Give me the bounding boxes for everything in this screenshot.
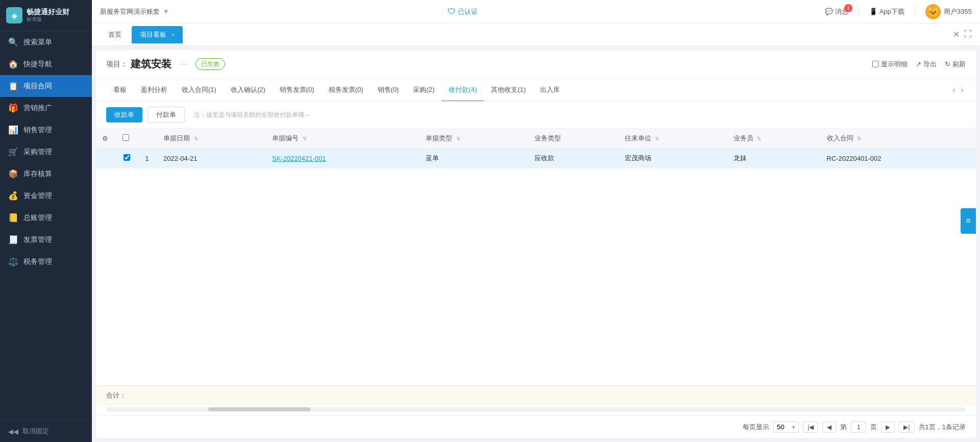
col-gear[interactable]: ⚙ bbox=[96, 129, 116, 149]
sidebar-item-ledger[interactable]: 📒 总账管理 bbox=[0, 207, 92, 229]
sidebar-item-funds[interactable]: 💰 资金管理 bbox=[0, 185, 92, 207]
col-partner[interactable]: 往来单位 ⇅ bbox=[619, 129, 727, 149]
col-income-contract[interactable]: 收入合同 ⇅ bbox=[821, 129, 976, 149]
sort-income-contract-icon[interactable]: ⇅ bbox=[857, 136, 861, 141]
sub-tab-profit[interactable]: 盈利分析 bbox=[134, 79, 175, 102]
tab-kanban[interactable]: 项目看板 × bbox=[132, 26, 183, 43]
app-logo-icon: ◈ bbox=[6, 7, 22, 23]
sort-type-icon[interactable]: ⇅ bbox=[456, 136, 460, 141]
user-label: 用户3355 bbox=[944, 7, 972, 16]
sub-tab-sales[interactable]: 销售(0) bbox=[371, 79, 406, 102]
verified-label: 已认证 bbox=[458, 7, 478, 16]
col-biz-type: 业务类型 bbox=[528, 129, 619, 149]
maximize-window-icon[interactable]: ⛶ bbox=[964, 30, 972, 39]
more-options-icon[interactable]: ··· bbox=[180, 60, 189, 69]
horizontal-scrollbar[interactable] bbox=[106, 407, 966, 411]
scrollbar-thumb[interactable] bbox=[208, 407, 310, 411]
sub-tabs: 看板 盈利分析 收入合同(1) 收入确认(2) 销售发票(0) 税务发票(0) … bbox=[96, 79, 976, 102]
avatar: 🐱 bbox=[925, 4, 941, 19]
sub-tab-payment[interactable]: 收付款(4) bbox=[442, 79, 484, 102]
sort-salesman-icon[interactable]: ⇅ bbox=[757, 136, 761, 141]
close-window-icon[interactable]: ✕ bbox=[953, 30, 960, 39]
payment-button[interactable]: 付款单 bbox=[148, 107, 185, 123]
row-check[interactable] bbox=[116, 149, 137, 168]
message-button[interactable]: 💬 消息 1 bbox=[825, 7, 848, 16]
row-checkbox[interactable] bbox=[124, 154, 130, 161]
show-detail-checkbox[interactable]: 显示明细 bbox=[872, 60, 908, 69]
sidebar-item-shortcut[interactable]: 🏠 快捷导航 bbox=[0, 53, 92, 75]
sidebar-item-purchase[interactable]: 🛒 采购管理 bbox=[0, 141, 92, 163]
first-page-button[interactable]: |◀ bbox=[803, 422, 818, 433]
prev-page-button[interactable]: ◀ bbox=[822, 422, 836, 433]
sidebar-item-inventory[interactable]: 📦 库存核算 bbox=[0, 163, 92, 185]
sidebar-item-invoice[interactable]: 🧾 发票管理 bbox=[0, 229, 92, 251]
refresh-icon: ↻ bbox=[945, 60, 950, 68]
sub-tab-prev-icon[interactable]: ‹ bbox=[951, 84, 958, 96]
app-subtitle: 标准版 bbox=[27, 16, 69, 23]
col-code-label: 单据编号 bbox=[272, 134, 299, 142]
tab-close-icon[interactable]: × bbox=[172, 32, 175, 38]
receipt-button[interactable]: 收款单 bbox=[106, 107, 142, 122]
next-page-button[interactable]: ▶ bbox=[881, 422, 895, 433]
sidebar-item-label: 搜索菜单 bbox=[23, 38, 52, 47]
sidebar-item-label: 资金管理 bbox=[23, 191, 52, 201]
inventory-icon: 📦 bbox=[8, 169, 18, 179]
sidebar-item-search[interactable]: 🔍 搜索菜单 bbox=[0, 31, 92, 53]
page-size-select-wrapper[interactable]: 50 100 200 bbox=[773, 421, 799, 433]
select-all-checkbox[interactable] bbox=[122, 134, 129, 141]
sort-partner-icon[interactable]: ⇅ bbox=[655, 136, 659, 141]
sub-tab-kanban[interactable]: 看板 bbox=[106, 79, 134, 102]
col-code[interactable]: 单据编号 ⇅ bbox=[266, 129, 420, 149]
chevron-down-icon[interactable]: ▼ bbox=[163, 8, 169, 15]
table-row[interactable]: 1 2022-04-21 SK-20220421-001 蓝单 应收款 bbox=[96, 149, 976, 168]
project-header: 项目： 建筑安装 ··· 已生效 显示明细 ↗ 导出 ↻ 刷新 bbox=[96, 50, 976, 79]
col-income-contract-label: 收入合同 bbox=[827, 134, 853, 142]
col-salesman[interactable]: 业务员 ⇅ bbox=[727, 129, 821, 149]
sub-tab-inout[interactable]: 出入库 bbox=[533, 79, 567, 102]
row-income-contract: RC-20220401-002 bbox=[821, 149, 976, 168]
app-download-button[interactable]: 📱 App下载 bbox=[869, 7, 904, 16]
show-detail-input[interactable] bbox=[872, 61, 879, 67]
sales-icon: 📊 bbox=[8, 125, 18, 135]
contract-icon: 📋 bbox=[8, 81, 18, 91]
sub-tab-purchase-label: 采购(2) bbox=[413, 86, 434, 93]
fab-button[interactable]: ≡ bbox=[961, 208, 976, 234]
current-page-number[interactable]: 1 bbox=[851, 421, 866, 433]
page-size-select[interactable]: 50 100 200 bbox=[773, 421, 799, 433]
sub-tab-income-confirm-label: 收入确认(2) bbox=[231, 86, 265, 93]
row-code-link[interactable]: SK-20220421-001 bbox=[272, 155, 326, 162]
sort-date-icon[interactable]: ⇅ bbox=[194, 136, 198, 141]
topbar-project: 新服务官网演示账套 ▼ bbox=[100, 7, 448, 16]
sub-tab-nav: ‹ › bbox=[951, 84, 966, 96]
sidebar-footer-unpin[interactable]: ◀◀ 取消固定 bbox=[0, 420, 92, 442]
marketing-icon: 🎁 bbox=[8, 103, 18, 113]
user-profile[interactable]: 🐱 用户3355 bbox=[925, 4, 972, 19]
col-check bbox=[116, 129, 137, 149]
sub-tab-next-icon[interactable]: › bbox=[959, 84, 966, 96]
refresh-button[interactable]: ↻ 刷新 bbox=[945, 60, 966, 69]
tab-home[interactable]: 首页 bbox=[100, 26, 130, 43]
col-date[interactable]: 单据日期 ⇅ bbox=[157, 129, 266, 149]
last-page-button[interactable]: ▶| bbox=[899, 422, 914, 433]
col-salesman-label: 业务员 bbox=[733, 134, 753, 142]
sub-tab-sales-invoice[interactable]: 销售发票(0) bbox=[273, 79, 322, 102]
sub-tab-other-expense[interactable]: 其他收支(1) bbox=[484, 79, 533, 102]
sidebar-item-label: 采购管理 bbox=[23, 148, 52, 157]
topbar: 新服务官网演示账套 ▼ 🛡 已认证 💬 消息 1 📱 App下载 🐱 用户335… bbox=[92, 0, 980, 23]
export-button[interactable]: ↗ 导出 bbox=[916, 60, 937, 69]
sidebar-item-contract[interactable]: 📋 项目合同 bbox=[0, 75, 92, 97]
sub-tab-profit-label: 盈利分析 bbox=[141, 86, 167, 93]
tab-bar: 首页 项目看板 × ✕ ⛶ bbox=[92, 23, 980, 46]
sort-code-icon[interactable]: ⇅ bbox=[303, 136, 307, 141]
sidebar-item-tax[interactable]: ⚖️ 税务管理 bbox=[0, 251, 92, 273]
sidebar-item-sales[interactable]: 📊 销售管理 bbox=[0, 119, 92, 141]
sub-tab-purchase[interactable]: 采购(2) bbox=[406, 79, 442, 102]
page-label: 第 bbox=[840, 423, 847, 432]
sub-tab-tax-invoice[interactable]: 税务发票(0) bbox=[322, 79, 371, 102]
sub-tab-income-confirm[interactable]: 收入确认(2) bbox=[224, 79, 273, 102]
sub-tab-income-contract[interactable]: 收入合同(1) bbox=[175, 79, 224, 102]
col-type[interactable]: 单据类型 ⇅ bbox=[420, 129, 528, 149]
col-partner-label: 往来单位 bbox=[625, 134, 651, 142]
row-code[interactable]: SK-20220421-001 bbox=[266, 149, 420, 168]
sidebar-item-marketing[interactable]: 🎁 营销推广 bbox=[0, 97, 92, 119]
